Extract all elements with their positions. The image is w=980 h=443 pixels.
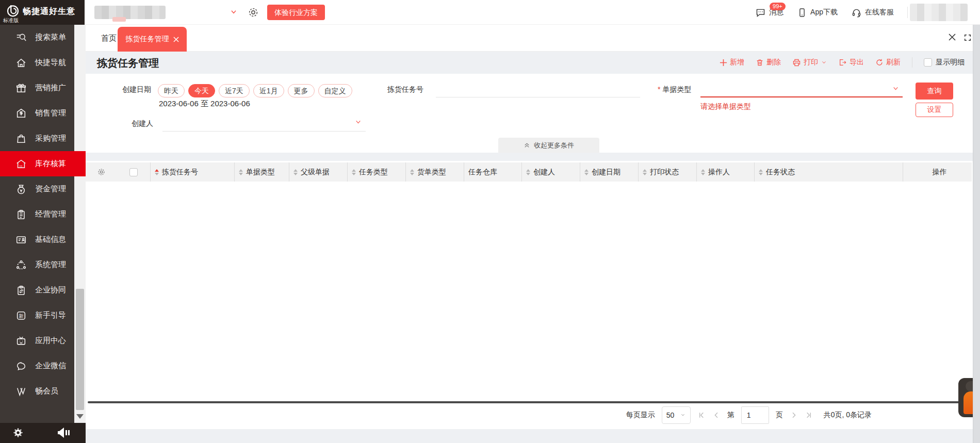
- clipboard-icon: [15, 209, 27, 220]
- sidebar-item-label: 应用中心: [35, 336, 66, 346]
- col-pick-task-no[interactable]: 拣货任务号: [151, 162, 235, 182]
- sidebar-item-inventory-accounting[interactable]: 库存核算: [0, 151, 86, 176]
- sidebar-item-quick-nav[interactable]: 快捷导航: [0, 50, 74, 75]
- page-vertical-scrollbar[interactable]: [973, 25, 980, 443]
- sidebar-item-funds-mgmt[interactable]: 资金管理: [0, 176, 74, 202]
- per-page-select[interactable]: 50: [662, 406, 691, 424]
- close-all-tabs-icon[interactable]: [948, 33, 956, 41]
- date-option-last1month[interactable]: 近1月: [253, 84, 284, 97]
- date-from[interactable]: 2023-06-06: [159, 99, 199, 108]
- sidebar-scrollbar[interactable]: [74, 25, 86, 423]
- column-settings-button[interactable]: [86, 162, 117, 182]
- date-option-yesterday[interactable]: 昨天: [158, 84, 185, 97]
- sidebar-scrollbar-thumb[interactable]: [76, 289, 84, 410]
- sidebar-item-basic-info[interactable]: 基础信息: [0, 227, 74, 252]
- sidebar-item-newbie-guide[interactable]: 新 新手引导: [0, 303, 74, 328]
- sidebar-item-sales-mgmt[interactable]: 销售管理: [0, 101, 74, 126]
- col-cargo-doc-type[interactable]: 货单类型: [406, 162, 464, 182]
- col-operator[interactable]: 操作人: [697, 162, 755, 182]
- trial-solution-button[interactable]: 体验行业方案: [267, 5, 325, 20]
- sidebar-item-marketing[interactable]: 营销推广: [0, 75, 74, 101]
- print-chevron-down-icon: [821, 60, 827, 65]
- refresh-button[interactable]: 刷新: [875, 58, 901, 67]
- prev-page-icon[interactable]: [712, 411, 721, 419]
- sidebar-item-search-menu[interactable]: 搜索菜单: [0, 25, 74, 50]
- sort-icon[interactable]: [584, 169, 589, 175]
- date-to[interactable]: 2023-06-06: [210, 99, 250, 108]
- date-option-last7days[interactable]: 近7天: [219, 84, 250, 97]
- settings-gear-icon[interactable]: [248, 7, 259, 18]
- col-task-warehouse[interactable]: 任务仓库: [464, 162, 522, 182]
- date-option-more[interactable]: 更多: [288, 84, 315, 97]
- sort-icon[interactable]: [759, 169, 763, 175]
- sort-icon[interactable]: [701, 169, 706, 175]
- sidebar-item-system-mgmt[interactable]: 系统管理: [0, 252, 74, 277]
- sort-icon[interactable]: [643, 169, 647, 175]
- creator-chevron-down-icon[interactable]: [354, 119, 363, 125]
- sort-icon[interactable]: [293, 169, 298, 175]
- query-button[interactable]: 查询: [916, 83, 953, 100]
- show-detail-toggle[interactable]: 显示明细: [924, 58, 965, 67]
- company-selector-redacted[interactable]: [94, 6, 166, 19]
- tab-pick-task-active[interactable]: 拣货任务管理: [118, 27, 187, 52]
- add-button[interactable]: 新增: [720, 58, 744, 67]
- sidebar-scroll-down-arrow-icon[interactable]: [76, 414, 84, 419]
- app-download-button[interactable]: App下载: [797, 7, 838, 18]
- sort-icon[interactable]: [155, 169, 159, 175]
- col-label: 打印状态: [650, 168, 679, 177]
- fullscreen-icon[interactable]: [963, 34, 972, 42]
- sort-icon[interactable]: [239, 169, 243, 175]
- collapse-sound-icon[interactable]: [58, 428, 70, 438]
- col-print-status[interactable]: 打印状态: [639, 162, 697, 182]
- delete-label: 删除: [766, 58, 781, 67]
- user-account-redacted[interactable]: [910, 4, 968, 21]
- col-task-status[interactable]: 任务状态: [755, 162, 903, 182]
- export-icon: [839, 58, 847, 67]
- doc-type-chevron-down-icon[interactable]: [891, 85, 900, 92]
- doc-type-select[interactable]: [700, 81, 903, 97]
- col-create-date[interactable]: 创建日期: [580, 162, 639, 182]
- online-service-button[interactable]: 在线客服: [851, 7, 894, 18]
- search-icon: [15, 32, 27, 43]
- col-label: 任务状态: [766, 168, 795, 177]
- date-option-custom[interactable]: 自定义: [318, 84, 352, 97]
- col-parent-doc[interactable]: 父级单据: [289, 162, 348, 182]
- sidebar-item-enterprise-wechat[interactable]: 企业微信: [0, 353, 74, 379]
- sidebar-item-purchase-mgmt[interactable]: 采购管理: [0, 126, 74, 151]
- collapse-filters-button[interactable]: 收起更多条件: [498, 138, 599, 153]
- company-chevron-down-icon[interactable]: [229, 8, 238, 15]
- page-number-input[interactable]: [741, 406, 769, 424]
- sort-icon[interactable]: [352, 169, 356, 175]
- date-range-value[interactable]: 2023-06-06 至 2023-06-06: [159, 99, 250, 109]
- col-creator[interactable]: 创建人: [522, 162, 580, 182]
- task-no-input[interactable]: [436, 81, 640, 97]
- col-task-type[interactable]: 任务类型: [348, 162, 406, 182]
- last-page-icon[interactable]: [805, 411, 813, 419]
- col-doc-type[interactable]: 单据类型: [235, 162, 289, 182]
- toolbar: 新增 删除 打印: [720, 57, 965, 68]
- show-detail-checkbox[interactable]: [924, 58, 932, 67]
- delete-button[interactable]: 删除: [756, 58, 781, 67]
- messages-button[interactable]: 消息 99+: [755, 7, 783, 18]
- tab-close-icon[interactable]: [173, 37, 179, 42]
- sort-icon[interactable]: [410, 169, 415, 175]
- print-button[interactable]: 打印: [792, 58, 827, 67]
- sidebar-item-enterprise-collab[interactable]: 企业协同: [0, 277, 74, 303]
- creator-select[interactable]: [162, 115, 366, 132]
- first-page-icon[interactable]: [697, 411, 706, 419]
- sidebar-item-label: 经营管理: [35, 209, 66, 219]
- sort-icon[interactable]: [526, 169, 531, 175]
- date-option-today[interactable]: 今天: [188, 84, 215, 97]
- message-icon: [755, 7, 766, 18]
- settings-button[interactable]: 设置: [916, 103, 953, 117]
- headset-icon: [851, 7, 862, 18]
- sidebar-item-label: 采购管理: [35, 134, 66, 143]
- sidebar-item-operations-mgmt[interactable]: 经营管理: [0, 202, 74, 227]
- bottom-gear-icon[interactable]: [12, 427, 24, 438]
- next-page-icon[interactable]: [790, 411, 798, 419]
- select-all-checkbox[interactable]: [129, 168, 138, 176]
- export-button[interactable]: 导出: [839, 58, 864, 67]
- col-label: 创建日期: [592, 168, 620, 177]
- sidebar-item-member[interactable]: 畅会员: [0, 379, 74, 404]
- sidebar-item-app-center[interactable]: 应用中心: [0, 328, 74, 353]
